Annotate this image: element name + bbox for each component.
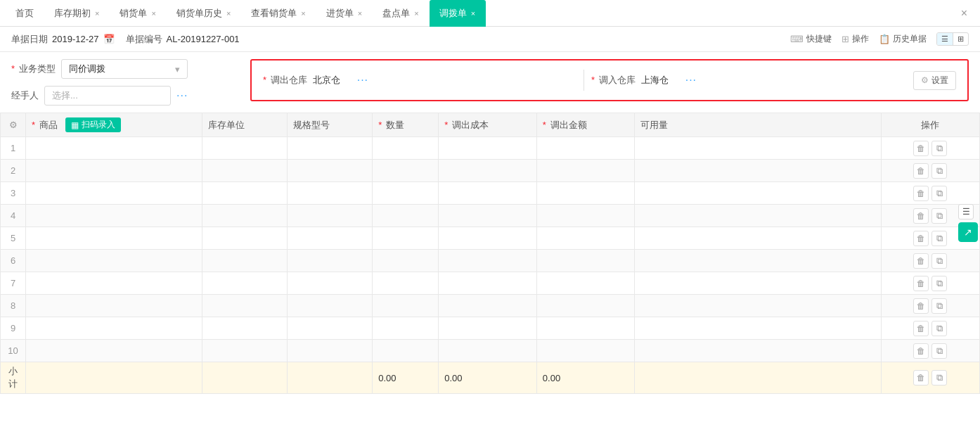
tab-close-transfer-order[interactable]: × bbox=[471, 9, 475, 18]
product-cell[interactable] bbox=[26, 182, 202, 205]
tab-inventory-check[interactable]: 盘点单 × bbox=[373, 0, 429, 27]
tab-sales-order[interactable]: 销货单 × bbox=[110, 0, 166, 27]
qty-cell[interactable] bbox=[373, 317, 439, 340]
sidebar-list-btn[interactable]: ☰ bbox=[958, 204, 974, 219]
window-close-button[interactable]: × bbox=[954, 7, 974, 20]
th-gear[interactable]: ⚙ bbox=[1, 113, 26, 137]
copy-row-btn[interactable]: ⧉ bbox=[931, 208, 947, 224]
history-icon: 📋 bbox=[879, 34, 890, 44]
table-settings-icon[interactable]: ⚙ bbox=[9, 120, 18, 130]
product-cell[interactable] bbox=[26, 137, 202, 160]
business-type-select[interactable]: 同价调拨 ▾ bbox=[61, 59, 188, 79]
copy-row-btn[interactable]: ⧉ bbox=[931, 343, 947, 359]
copy-row-btn[interactable]: ⧉ bbox=[931, 298, 947, 314]
grid-view-btn[interactable]: ⊞ bbox=[953, 33, 968, 45]
transfer-amount-cell[interactable] bbox=[536, 250, 635, 272]
shortcuts-btn[interactable]: ⌨ 快捷键 bbox=[790, 33, 832, 45]
qty-cell[interactable] bbox=[373, 137, 439, 160]
transfer-cost-cell[interactable] bbox=[439, 317, 537, 340]
transfer-cost-cell[interactable] bbox=[439, 160, 537, 182]
delete-row-btn[interactable]: 🗑 bbox=[913, 186, 929, 201]
transfer-amount-cell[interactable] bbox=[536, 272, 635, 295]
product-cell[interactable] bbox=[26, 205, 202, 227]
delete-row-btn[interactable]: 🗑 bbox=[913, 343, 929, 359]
transfer-cost-cell[interactable] bbox=[439, 137, 537, 160]
delete-row-btn[interactable]: 🗑 bbox=[913, 253, 929, 269]
handler-select[interactable]: 选择... bbox=[44, 86, 171, 106]
handler-more-btn[interactable]: ··· bbox=[176, 89, 188, 102]
transfer-cost-cell[interactable] bbox=[439, 205, 537, 227]
copy-row-btn[interactable]: ⧉ bbox=[931, 231, 947, 246]
out-warehouse-more-btn[interactable]: ··· bbox=[357, 74, 368, 87]
transfer-amount-cell[interactable] bbox=[536, 160, 635, 182]
product-cell[interactable] bbox=[26, 160, 202, 182]
transfer-amount-cell[interactable] bbox=[536, 205, 635, 227]
qty-cell[interactable] bbox=[373, 205, 439, 227]
copy-row-btn[interactable]: ⧉ bbox=[931, 141, 947, 156]
delete-row-btn[interactable]: 🗑 bbox=[913, 298, 929, 314]
transfer-cost-cell[interactable] bbox=[439, 295, 537, 317]
in-warehouse-more-btn[interactable]: ··· bbox=[685, 74, 697, 87]
tab-close-sales-history[interactable]: × bbox=[226, 9, 231, 18]
transfer-amount-cell[interactable] bbox=[536, 137, 635, 160]
product-cell[interactable] bbox=[26, 362, 202, 394]
transfer-cost-cell[interactable] bbox=[439, 182, 537, 205]
tab-transfer-order[interactable]: 调拨单 × bbox=[430, 0, 486, 27]
copy-row-btn[interactable]: ⧉ bbox=[931, 253, 947, 269]
operations-btn[interactable]: ⊞ 操作 bbox=[842, 33, 869, 45]
delete-row-btn[interactable]: 🗑 bbox=[913, 141, 929, 156]
transfer-cost-cell[interactable] bbox=[439, 340, 537, 362]
product-cell[interactable] bbox=[26, 272, 202, 295]
tab-view-sales[interactable]: 查看销货单 × bbox=[241, 0, 316, 27]
transfer-cost-cell[interactable] bbox=[439, 272, 537, 295]
tab-sales-history[interactable]: 销货单历史 × bbox=[167, 0, 241, 27]
product-cell[interactable] bbox=[26, 317, 202, 340]
qty-cell[interactable] bbox=[373, 182, 439, 205]
tab-close-inventory-init[interactable]: × bbox=[95, 9, 99, 18]
tab-close-purchase-order[interactable]: × bbox=[358, 9, 362, 18]
tab-home[interactable]: 首页 bbox=[6, 0, 44, 27]
product-cell[interactable] bbox=[26, 250, 202, 272]
qty-cell[interactable] bbox=[373, 272, 439, 295]
copy-row-btn[interactable]: ⧉ bbox=[931, 276, 947, 291]
available-qty-cell bbox=[635, 340, 881, 362]
sidebar-export-btn[interactable]: ↗ bbox=[958, 222, 978, 242]
tab-inventory-init[interactable]: 库存期初 × bbox=[44, 0, 110, 27]
unit-cell bbox=[202, 295, 288, 317]
tab-close-inventory-check[interactable]: × bbox=[414, 9, 418, 18]
copy-row-btn[interactable]: ⧉ bbox=[931, 186, 947, 201]
calendar-icon[interactable]: 📅 bbox=[103, 34, 115, 45]
transfer-amount-cell[interactable] bbox=[536, 295, 635, 317]
product-cell[interactable] bbox=[26, 340, 202, 362]
qty-cell[interactable] bbox=[373, 250, 439, 272]
spec-cell bbox=[288, 250, 373, 272]
qty-cell[interactable] bbox=[373, 340, 439, 362]
delete-row-btn[interactable]: 🗑 bbox=[913, 231, 929, 246]
tab-close-view-sales[interactable]: × bbox=[301, 9, 305, 18]
copy-row-btn[interactable]: ⧉ bbox=[931, 321, 947, 336]
product-cell[interactable] bbox=[26, 295, 202, 317]
transfer-amount-cell[interactable] bbox=[536, 340, 635, 362]
transfer-cost-cell[interactable] bbox=[439, 250, 537, 272]
transfer-amount-cell[interactable] bbox=[536, 182, 635, 205]
delete-row-btn[interactable]: 🗑 bbox=[913, 321, 929, 336]
qty-cell[interactable] bbox=[373, 160, 439, 182]
qty-cell[interactable] bbox=[373, 295, 439, 317]
tab-close-sales-order[interactable]: × bbox=[151, 9, 155, 18]
transfer-amount-cell[interactable] bbox=[536, 227, 635, 250]
scan-entry-btn[interactable]: ▦ 扫码录入 bbox=[65, 117, 121, 132]
transfer-cost-cell[interactable] bbox=[439, 227, 537, 250]
list-view-btn[interactable]: ☰ bbox=[937, 33, 953, 45]
delete-row-btn[interactable]: 🗑 bbox=[913, 208, 929, 224]
copy-row-btn[interactable]: ⧉ bbox=[931, 370, 947, 386]
delete-row-btn[interactable]: 🗑 bbox=[913, 163, 929, 179]
history-btn[interactable]: 📋 历史单据 bbox=[879, 33, 927, 45]
delete-row-btn[interactable]: 🗑 bbox=[913, 276, 929, 291]
qty-cell[interactable] bbox=[373, 227, 439, 250]
settings-button[interactable]: ⚙ 设置 bbox=[913, 71, 956, 90]
delete-row-btn[interactable]: 🗑 bbox=[913, 370, 929, 386]
tab-purchase-order[interactable]: 进货单 × bbox=[316, 0, 373, 27]
copy-row-btn[interactable]: ⧉ bbox=[931, 163, 947, 179]
product-cell[interactable] bbox=[26, 227, 202, 250]
transfer-amount-cell[interactable] bbox=[536, 317, 635, 340]
